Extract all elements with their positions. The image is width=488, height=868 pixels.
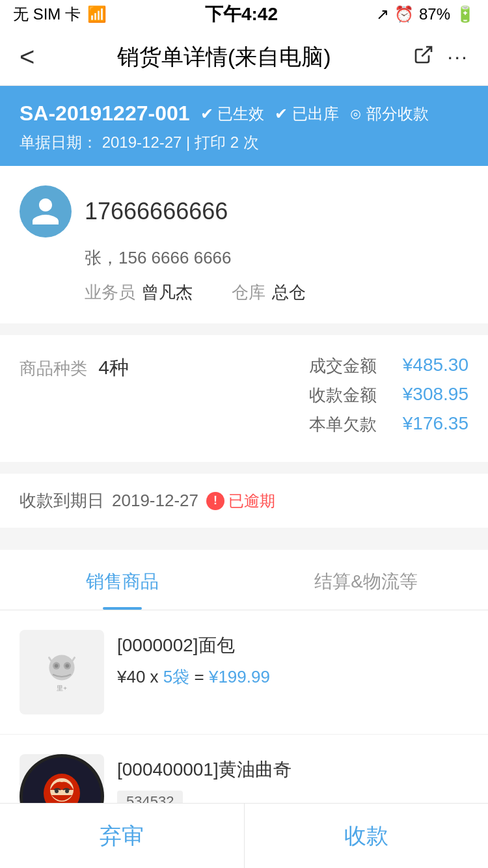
svg-point-5 (66, 664, 70, 668)
order-header: SA-20191227-001 ✔ 已生效 ✔ 已出库 ⊙ 部分收款 单据日期：… (0, 86, 488, 166)
customer-meta: 业务员 曾凡杰 仓库 总仓 (85, 281, 468, 304)
product-code-1: [0000002] (117, 635, 198, 655)
product-thumbnail-1: 里+ (20, 630, 104, 714)
tab-settlement-label: 结算&物流等 (314, 571, 418, 591)
order-date: 单据日期： 2019-12-27 | 打印 2 次 (20, 132, 468, 153)
overdue-badge: ! 已逾期 (206, 491, 275, 511)
svg-line-0 (422, 47, 432, 57)
svg-text:里+: 里+ (57, 685, 67, 692)
overdue-icon: ! (206, 492, 224, 510)
status-bar-right: ↗ ⏰ 87% 🔋 (376, 5, 475, 23)
category-value: 4种 (98, 357, 129, 378)
product-total-1: ¥199.99 (209, 667, 270, 686)
received-label: 收款金额 (309, 384, 377, 407)
product-item: 里+ [0000002]面包 ¥40 x 5袋 = ¥199.99 (0, 610, 488, 735)
salesperson-label: 业务员 (85, 281, 135, 304)
svg-point-10 (55, 789, 59, 793)
product-qty-1: 5袋 (163, 667, 189, 686)
page-title: 销货单详情(来自电脑) (117, 42, 331, 72)
bottom-bar: 弃审 收款 (0, 803, 488, 868)
status-bar: 无 SIM 卡 📶 下午4:42 ↗ ⏰ 87% 🔋 (0, 0, 488, 29)
product-code-2: [000400001] (117, 759, 219, 780)
battery-text: 87% (419, 5, 450, 23)
location-icon: ↗ (376, 5, 389, 23)
more-button[interactable]: ··· (447, 45, 468, 69)
product-price-1: ¥40 x 5袋 = ¥199.99 (117, 666, 468, 688)
due-section: 收款到期日 2019-12-27 ! 已逾期 (0, 474, 488, 528)
status-bar-left: 无 SIM 卡 📶 (13, 4, 107, 25)
deal-amount-label: 成交金额 (309, 355, 377, 377)
battery-icon: 🔋 (455, 5, 475, 23)
badge-active: ✔ 已生效 (200, 103, 265, 124)
cancel-review-button[interactable]: 弃审 (0, 804, 245, 868)
salesperson-value: 曾凡杰 (142, 281, 193, 304)
tab-products[interactable]: 销售商品 (0, 550, 244, 610)
product-name-2: [000400001]黄油曲奇 (117, 757, 468, 782)
customer-section: 17666666666 张，156 6666 6666 业务员 曾凡杰 仓库 总… (0, 166, 488, 323)
print-info: | 打印 2 次 (186, 133, 259, 151)
pay-label: 收款 (344, 821, 388, 851)
nav-bar: < 销货单详情(来自电脑) ··· (0, 29, 488, 86)
back-button[interactable]: < (20, 42, 34, 72)
warehouse-item: 仓库 总仓 (232, 281, 306, 304)
bread-icon: 里+ (39, 649, 85, 695)
alarm-icon: ⏰ (394, 5, 414, 23)
status-bar-time: 下午4:42 (205, 2, 278, 27)
wifi-icon: 📶 (87, 5, 107, 23)
customer-row: 17666666666 (20, 185, 468, 237)
warehouse-label: 仓库 (232, 281, 265, 304)
warehouse-value: 总仓 (272, 281, 306, 304)
badge-partial: ⊙ 部分收款 (349, 103, 429, 124)
summary-row-1: 收款金额 ¥308.95 (309, 384, 468, 407)
cancel-review-label: 弃审 (100, 821, 144, 851)
due-date-value: 2019-12-27 (112, 491, 198, 511)
customer-name-phone: 张，156 6666 6666 (85, 247, 468, 269)
due-label: 收款到期日 (20, 489, 104, 512)
overdue-text: 已逾期 (228, 491, 275, 511)
summary-row-0: 成交金额 ¥485.30 (309, 355, 468, 377)
salesperson-item: 业务员 曾凡杰 (85, 281, 193, 304)
svg-point-11 (65, 789, 69, 793)
summary-left: 商品种类 4种 (20, 355, 129, 381)
share-button[interactable] (413, 44, 434, 70)
avatar (20, 185, 72, 237)
divider2 (0, 463, 488, 474)
received-value: ¥308.95 (403, 384, 468, 407)
tab-products-label: 销售商品 (86, 571, 159, 591)
tabs-section: 销售商品 结算&物流等 (0, 550, 488, 610)
category-label: 商品种类 (20, 359, 87, 378)
summary-right: 成交金额 ¥485.30 收款金额 ¥308.95 本单欠款 ¥176.35 (309, 355, 468, 442)
badge-out: ✔ 已出库 (275, 103, 339, 124)
status-badges: ✔ 已生效 ✔ 已出库 ⊙ 部分收款 (200, 103, 429, 124)
product-info-1: [0000002]面包 ¥40 x 5袋 = ¥199.99 (117, 630, 468, 688)
divider3 (0, 529, 488, 539)
nav-actions: ··· (413, 44, 468, 70)
summary-row-2: 本单欠款 ¥176.35 (309, 413, 468, 436)
order-id-row: SA-20191227-001 ✔ 已生效 ✔ 已出库 ⊙ 部分收款 (20, 102, 468, 126)
carrier-text: 无 SIM 卡 (13, 4, 81, 25)
owed-value: ¥176.35 (403, 413, 468, 436)
customer-phone: 17666666666 (85, 198, 228, 225)
summary-section: 商品种类 4种 成交金额 ¥485.30 收款金额 ¥308.95 本单欠款 ¥… (0, 335, 488, 462)
svg-point-4 (55, 664, 59, 668)
deal-amount-value: ¥485.30 (403, 355, 468, 377)
pay-button[interactable]: 收款 (245, 804, 489, 868)
tab-settlement[interactable]: 结算&物流等 (244, 550, 488, 610)
order-id: SA-20191227-001 (20, 102, 190, 126)
divider1 (0, 325, 488, 335)
date-value: 2019-12-27 (102, 133, 182, 151)
date-label: 单据日期： (20, 133, 98, 151)
owed-label: 本单欠款 (309, 413, 377, 436)
product-name-1: [0000002]面包 (117, 632, 468, 658)
